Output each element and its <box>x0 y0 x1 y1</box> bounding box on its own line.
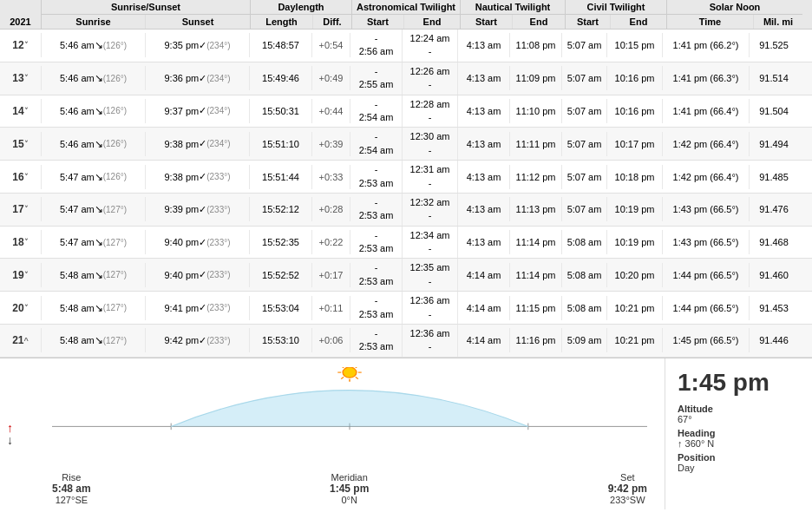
date-cell[interactable]: 18˅ <box>0 230 42 254</box>
diff-sub-header: Diff. <box>313 15 351 29</box>
diff-cell: +0:11 <box>312 296 350 320</box>
naut-end-cell: 11:12 pm <box>510 165 562 189</box>
svg-point-4 <box>343 367 357 378</box>
astro-start-cell: -2:55 am <box>350 62 403 95</box>
bottom-section: ↑ ↓ <box>0 358 812 509</box>
naut-start-cell: 4:13 am <box>458 132 510 156</box>
table-row[interactable]: 21^ 5:48 am ↘ (127°) 9:42 pm ✓ (233°) 15… <box>0 325 812 358</box>
civil-end-cell: 10:17 pm <box>607 132 663 156</box>
solar-mi-cell: 91.525 <box>750 33 798 57</box>
table-row[interactable]: 15˅ 5:46 am ↘ (126°) 9:38 pm ✓ (234°) 15… <box>0 128 812 161</box>
naut-start-cell: 4:14 am <box>458 296 510 320</box>
astro-end-cell: 12:24 am- <box>403 30 458 62</box>
heading-value: ↑ 360° N <box>678 438 714 449</box>
solar-time-cell: 1:41 pm (66.3°) <box>663 66 750 90</box>
naut-end-cell: 11:16 pm <box>510 328 562 352</box>
length-cell: 15:51:44 <box>250 165 312 189</box>
sunrise-sub-header: Sunrise <box>42 15 146 29</box>
diff-cell: +0:28 <box>312 197 350 221</box>
table-row[interactable]: 20˅ 5:48 am ↘ (127°) 9:41 pm ✓ (233°) 15… <box>0 292 812 325</box>
naut-start-cell: 4:13 am <box>458 33 510 57</box>
set-dir: 233°SW <box>608 495 647 505</box>
civil-start-cell: 5:07 am <box>562 33 607 57</box>
date-cell[interactable]: 12˅ <box>0 33 42 57</box>
naut-end-cell: 11:09 pm <box>510 66 562 90</box>
naut-end-cell: 11:15 pm <box>510 296 562 320</box>
civil-end-cell: 10:18 pm <box>607 165 663 189</box>
date-cell[interactable]: 21^ <box>0 328 42 352</box>
solar-time-cell: 1:45 pm (66.5°) <box>663 328 750 352</box>
civil-start-cell: 5:09 am <box>562 328 607 352</box>
meridian-title: Meridian <box>330 472 369 483</box>
date-cell[interactable]: 15˅ <box>0 132 42 156</box>
sunrise-cell: 5:48 am ↘ (127°) <box>42 296 146 320</box>
altitude-label: Altitude <box>678 404 713 414</box>
astro-end-cell: 12:36 am- <box>403 325 458 357</box>
civil-end-cell: 10:16 pm <box>607 66 663 90</box>
date-cell[interactable]: 19˅ <box>0 263 42 287</box>
naut-end-cell: 11:11 pm <box>510 132 562 156</box>
naut-end-cell: 11:14 pm <box>510 263 562 287</box>
civil-end-cell: 10:20 pm <box>607 263 663 287</box>
diff-cell: +0:22 <box>312 230 350 254</box>
meridian-time: 1:45 pm <box>330 483 369 495</box>
table-row[interactable]: 17˅ 5:47 am ↘ (127°) 9:39 pm ✓ (233°) 15… <box>0 194 812 227</box>
table-row[interactable]: 19˅ 5:48 am ↘ (127°) 9:40 pm ✓ (233°) 15… <box>0 259 812 292</box>
table-row[interactable]: 18˅ 5:47 am ↘ (127°) 9:40 pm ✓ (233°) 15… <box>0 227 812 260</box>
sunrise-cell: 5:46 am ↘ (126°) <box>42 33 146 57</box>
naut-end-cell: 11:14 pm <box>510 230 562 254</box>
length-sub-header: Length <box>251 15 313 29</box>
length-cell: 15:48:57 <box>250 33 312 57</box>
heading-label: Heading <box>678 428 715 438</box>
table-row[interactable]: 14˅ 5:46 am ↘ (126°) 9:37 pm ✓ (234°) 15… <box>0 95 812 128</box>
astro-end-cell: 12:36 am- <box>403 292 458 324</box>
date-cell[interactable]: 13˅ <box>0 66 42 90</box>
table-row[interactable]: 13˅ 5:46 am ↘ (126°) 9:36 pm ✓ (234°) 15… <box>0 62 812 95</box>
down-arrow-icon: ↓ <box>7 434 13 446</box>
position-label: Position <box>678 452 715 463</box>
civil-start-cell: 5:07 am <box>562 99 607 123</box>
date-cell[interactable]: 17˅ <box>0 197 42 221</box>
solar-noon-header: Solar Noon <box>667 0 802 15</box>
solar-mi-cell: 91.494 <box>750 132 798 156</box>
daylength-header: Daylength <box>251 0 351 15</box>
sunset-cell: 9:40 pm ✓ (233°) <box>146 230 250 254</box>
sunset-sub-header: Sunset <box>146 15 250 29</box>
length-cell: 15:52:35 <box>250 230 312 254</box>
astro-end-cell: 12:28 am- <box>403 95 458 128</box>
altitude-value: 67° <box>678 414 692 424</box>
date-cell[interactable]: 20˅ <box>0 296 42 320</box>
table-row[interactable]: 16˅ 5:47 am ↘ (126°) 9:38 pm ✓ (233°) 15… <box>0 161 812 194</box>
civil-end-cell: 10:15 pm <box>607 33 663 57</box>
up-arrow-icon: ↑ <box>7 422 13 434</box>
solar-time-display: 1:45 pm <box>678 369 800 397</box>
sunset-cell: 9:40 pm ✓ (233°) <box>146 263 250 287</box>
civil-start-cell: 5:08 am <box>562 263 607 287</box>
length-cell: 15:50:31 <box>250 99 312 123</box>
date-cell[interactable]: 14˅ <box>0 99 42 123</box>
solar-mi-cell: 91.504 <box>750 99 798 123</box>
length-cell: 15:49:46 <box>250 66 312 90</box>
astro-start-cell: -2:54 am <box>350 128 403 160</box>
svg-line-10 <box>356 367 358 368</box>
civil-start-sub-header: Start <box>566 15 611 29</box>
naut-end-cell: 11:08 pm <box>510 33 562 57</box>
naut-start-sub-header: Start <box>461 15 513 29</box>
diff-cell: +0:06 <box>312 328 350 352</box>
naut-twilight-header: Nautical Twilight <box>461 0 565 15</box>
solar-time-cell: 1:41 pm (66.4°) <box>663 99 750 123</box>
solar-mi-sub-header: Mil. mi <box>754 15 802 29</box>
solar-time-cell: 1:43 pm (66.5°) <box>663 230 750 254</box>
naut-end-sub-header: End <box>513 15 565 29</box>
civil-end-cell: 10:21 pm <box>607 328 663 352</box>
length-cell: 15:53:04 <box>250 296 312 320</box>
naut-start-cell: 4:13 am <box>458 230 510 254</box>
chart-labels: Rise 5:48 am 127°SE Meridian 1:45 pm 0°N… <box>52 472 647 505</box>
position-row: Position Day <box>678 452 800 473</box>
set-title: Set <box>608 472 647 483</box>
rise-time: 5:48 am <box>52 483 91 495</box>
date-cell[interactable]: 16˅ <box>0 165 42 189</box>
diff-cell: +0:33 <box>312 165 350 189</box>
solar-mi-cell: 91.476 <box>750 197 798 221</box>
table-row[interactable]: 12˅ 5:46 am ↘ (126°) 9:35 pm ✓ (234°) 15… <box>0 30 812 62</box>
